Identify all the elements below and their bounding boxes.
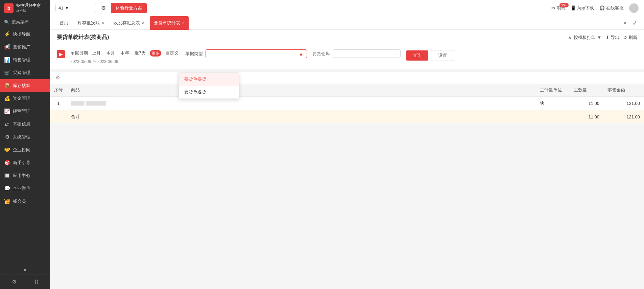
date-this-month[interactable]: 本月 — [105, 49, 116, 57]
col-header-amount: 零售金额 — [603, 84, 644, 97]
col-header-unit: 主计量单位 — [536, 84, 570, 97]
wechat-icon: 💬 — [4, 185, 10, 192]
refresh-button[interactable]: ↺ 刷新 — [623, 35, 637, 41]
sidebar-item-basics[interactable]: 🗂 基础信息 — [0, 118, 50, 131]
type-select-arrow-up[interactable]: ▲ — [299, 51, 303, 57]
finance-icon: 💰 — [4, 95, 10, 102]
table-container: ⚙ 序号 商品 主计量单位 主数量 — [50, 72, 644, 110]
date-last-month[interactable]: 上月 — [91, 49, 102, 57]
sidebar-item-purchase[interactable]: 🛒 采购管理 — [0, 66, 50, 79]
export-icon: ⬇ — [605, 35, 609, 40]
print-icon: 🖨 — [568, 35, 572, 40]
query-button[interactable]: 查询 — [406, 50, 428, 61]
filter-settings-button[interactable]: 设置 — [431, 50, 454, 61]
tabs-bar: 首页 库存批次账 × 收发存汇总表 × 要货单统计表 × × ⤢ — [50, 16, 644, 30]
warehouse-label: 要货仓库 — [312, 51, 330, 57]
operations-icon: 📈 — [4, 108, 10, 114]
app-download-button[interactable]: 📱 App下载 — [571, 5, 594, 11]
cell-qty-1: 11.00 — [570, 97, 603, 110]
footer-amount: 121.00 — [599, 114, 640, 119]
data-table: 序号 商品 主计量单位 主数量 零售金额 — [50, 84, 644, 110]
sidebar-item-inventory[interactable]: 📦 库存核算 — [0, 79, 50, 92]
type-filter-group: 单据类型 ▲ — [185, 49, 307, 58]
sidebar-search-item[interactable]: 🔍 搜索菜单 — [0, 16, 50, 28]
export-button[interactable]: ⬇ 导出 — [605, 35, 619, 41]
sidebar-nav: ⚡ 快捷导航 📢 营销推广 📊 销售管理 🛒 采购管理 📦 库存核算 💰 资金管… — [0, 28, 50, 266]
sidebar-item-guide[interactable]: 🎯 新手引导 — [0, 156, 50, 169]
sidebar-logo: b 畅捷通好生意 标准版 — [0, 0, 50, 16]
sidebar-item-cooperation[interactable]: 🤝 企业协同 — [0, 143, 50, 156]
tabs-expand-button[interactable]: ⤢ — [630, 19, 639, 27]
settings-footer-icon[interactable]: ⚙ — [10, 277, 18, 286]
filter-toggle-button[interactable]: ▶ — [57, 50, 65, 58]
col-header-goods: 商品 — [67, 84, 536, 97]
header-actions: 🖨 按模板打印 ▼ ⬇ 导出 ↺ 刷新 — [568, 35, 637, 41]
store-num: 41 — [58, 5, 63, 10]
date-this-year[interactable]: 本年 — [119, 49, 130, 57]
close-tab-receive-summary[interactable]: × — [142, 21, 144, 25]
topbar-gear-button[interactable]: ⚙ — [99, 3, 108, 13]
guide-icon: 🎯 — [4, 160, 10, 166]
collapse-sidebar-icon[interactable]: ⟨⟩ — [33, 277, 40, 286]
warehouse-more-icon[interactable]: ··· — [393, 51, 397, 56]
tab-batch-account[interactable]: 库存批次账 × — [74, 16, 108, 30]
sidebar-item-operations[interactable]: 📈 经营管理 — [0, 105, 50, 118]
sidebar-item-appstore[interactable]: 🔲 应用中心 — [0, 169, 50, 182]
close-tab-batch-account[interactable]: × — [102, 21, 104, 25]
close-tab-order-summary[interactable]: × — [182, 21, 185, 25]
page-content: 要货单统计表(按商品) 🖨 按模板打印 ▼ ⬇ 导出 ↺ 刷新 ▶ — [50, 30, 644, 289]
sidebar-item-wechat[interactable]: 💬 企业微信 — [0, 182, 50, 195]
marketing-icon: 📢 — [4, 44, 10, 50]
type-label: 单据类型 — [185, 51, 203, 57]
sidebar-item-member[interactable]: 👑 畅会员 — [0, 195, 50, 208]
sidebar-item-sales[interactable]: 📊 销售管理 — [0, 53, 50, 66]
footer-total-label: 合计 — [71, 114, 125, 120]
tabs-right-actions: × ⤢ — [621, 19, 639, 27]
col-header-seq: 序号 — [50, 84, 67, 97]
warehouse-filter-group: 要货仓库 ··· — [312, 49, 401, 58]
sidebar-item-quick-nav[interactable]: ⚡ 快捷导航 — [0, 28, 50, 41]
print-button[interactable]: 🖨 按模板打印 ▼ — [568, 35, 601, 41]
date-recent-7[interactable]: 近7天 — [133, 49, 147, 57]
sidebar-item-system[interactable]: ⚙ 系统管理 — [0, 131, 50, 143]
sidebar-item-marketing[interactable]: 📢 营销推广 — [0, 41, 50, 53]
warehouse-input[interactable] — [336, 51, 393, 56]
purchase-icon: 🛒 — [4, 70, 10, 76]
sidebar-scroll-down[interactable]: ▼ — [0, 266, 50, 274]
user-avatar[interactable] — [629, 3, 639, 13]
table-header-row: 序号 商品 主计量单位 主数量 零售金额 — [50, 84, 644, 97]
basics-icon: 🗂 — [4, 121, 10, 127]
sidebar-item-finance[interactable]: 💰 资金管理 — [0, 92, 50, 105]
dropdown-item-order-goods[interactable]: 要货单要货 — [179, 73, 239, 86]
app-logo-text: 畅捷通好生意 标准版 — [16, 3, 41, 13]
type-select[interactable]: ▲ — [206, 49, 307, 58]
topbar-right: ✉ 消息 99+ 📱 App下载 🎧 在线客服 — [551, 3, 639, 13]
date-more-badge[interactable]: 更多 — [150, 50, 161, 57]
online-service-button[interactable]: 🎧 在线客服 — [599, 5, 624, 11]
dropdown-item-order-return[interactable]: 要货单退货 — [179, 86, 239, 98]
table-toolbar: ⚙ — [50, 72, 644, 84]
type-input[interactable] — [209, 51, 299, 57]
tab-home[interactable]: 首页 — [55, 16, 72, 30]
message-icon: ✉ — [551, 5, 555, 10]
topbar-left: 41 ▼ ⚙ 体验行业方案 — [55, 3, 547, 13]
date-custom[interactable]: 自定义 — [164, 49, 180, 57]
table-row: 1 块 11.00 121.00 — [50, 97, 644, 110]
filter-actions: 查询 设置 — [406, 50, 454, 61]
footer-qty: 11.00 — [566, 114, 599, 119]
store-selector[interactable]: 41 ▼ — [55, 4, 96, 12]
cell-seq-1: 1 — [50, 97, 67, 110]
messages-button[interactable]: ✉ 消息 99+ — [551, 5, 565, 11]
tab-order-summary[interactable]: 要货单统计表 × — [150, 16, 189, 30]
cell-unit-1: 块 — [536, 97, 570, 110]
sales-icon: 📊 — [4, 57, 10, 63]
date-filter-group: 单据日期 上月 本月 本年 近7天 更多 自定义 2023-05-06 至 20… — [70, 49, 180, 65]
warehouse-select[interactable]: ··· — [333, 49, 401, 58]
tab-receive-summary[interactable]: 收发存汇总表 × — [110, 16, 148, 30]
tabs-close-all-button[interactable]: × — [621, 19, 629, 27]
table-column-settings-icon[interactable]: ⚙ — [55, 74, 60, 81]
trial-button[interactable]: 体验行业方案 — [111, 3, 147, 13]
system-icon: ⚙ — [4, 134, 10, 140]
cooperation-icon: 🤝 — [4, 147, 10, 153]
mobile-icon: 📱 — [571, 5, 576, 10]
